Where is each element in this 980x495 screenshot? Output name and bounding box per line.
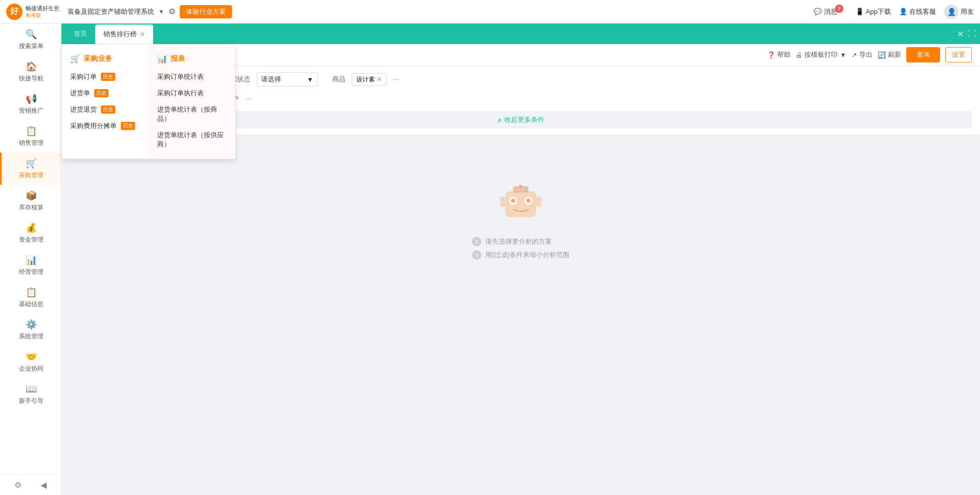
empty-tip-2: ② 用[过滤]条件来缩小分析范围 [472,250,569,260]
po-stats-item[interactable]: 采购订单统计表 [149,69,236,85]
system-dropdown-btn[interactable]: ▼ [158,8,164,15]
sales-icon: 📋 [26,125,37,137]
empty-illustration [490,176,551,227]
export-btn[interactable]: ↗ 导出 [851,50,872,59]
inventory-icon: 📦 [26,190,37,201]
goods-return-badge: 历史 [101,105,115,114]
purchase-col: 🛒 采购业务 采购订单 历史 进货单 历史 进货退货 历史 采购费用分摊单 历史 [62,45,148,159]
customer-more-btn[interactable]: ··· [245,94,251,103]
sidebar-item-purchase[interactable]: 🛒 采购管理 [0,153,61,185]
tab-close-btn[interactable]: ✕ [140,31,145,38]
sidebar-item-finance[interactable]: 💰 资金管理 [0,217,61,249]
user-avatar: 👤 [944,5,958,19]
svg-point-8 [519,185,522,188]
print-dropdown-icon: ▼ [840,51,846,59]
system-icon: ⚙️ [26,319,37,330]
message-badge: 9 [835,5,843,13]
header-right: 💬 消息 9 📱 App下载 👤 在线客服 👤 用友 [814,5,974,19]
purchase-order-item[interactable]: 采购订单 历史 [62,69,148,85]
svg-point-5 [511,199,515,203]
user-action[interactable]: 👤 用友 [944,5,974,19]
purchase-col-header: 🛒 采购业务 [62,51,148,69]
po-exec-item[interactable]: 采购订单执行表 [149,85,236,101]
enterprise-icon: 🤝 [26,351,37,362]
sidebar-item-search[interactable]: 🔍 搜索菜单 [0,24,61,56]
operations-icon: 📊 [26,254,37,266]
tab-right-actions: ✕ ⛶ [957,29,976,39]
query-btn[interactable]: 查询 [906,47,940,62]
logo-area: 好 畅捷通好生意 标准版 [6,4,68,20]
message-action[interactable]: 💬 消息 9 [814,7,847,16]
purchase-dropdown-menu: 🛒 采购业务 采购订单 历史 进货单 历史 进货退货 历史 采购费用分摊单 历史… [61,44,236,159]
purchase-col-icon: 🛒 [70,54,80,63]
tab-sales-ranking[interactable]: 销售排行榜 ✕ [95,25,153,44]
home-icon: 🏠 [26,61,37,72]
sidebar-item-enterprise[interactable]: 🤝 企业协同 [0,346,61,378]
sidebar-collapse-btn[interactable]: ◀ [40,480,47,490]
goods-label: 商品 [332,75,346,84]
goods-receipt-badge: 历史 [94,89,109,97]
sidebar-item-system[interactable]: ⚙️ 系统管理 [0,314,61,346]
settings-small-btn[interactable]: 设置 [945,47,972,62]
header-middle: 装备及固定资产辅助管理系统 ▼ ⚙ 体验行业方案 [68,5,814,18]
search-icon: 🔍 [26,29,37,40]
print-icon: 🖨 [796,51,802,59]
purchase-expense-item[interactable]: 采购费用分摊单 历史 [62,118,148,134]
tab-home[interactable]: 首页 [66,24,95,44]
svg-rect-2 [536,197,541,207]
svg-rect-0 [505,191,536,217]
report-col: 📊 报表 采购订单统计表 采购订单执行表 进货单统计表（按商品） 进货单统计表（… [149,45,236,159]
goods-return-item[interactable]: 进货退货 历史 [62,101,148,118]
finance-icon: 💰 [26,222,37,233]
purchase-expense-badge: 历史 [121,122,135,130]
chevron-down-icon: ▼ [307,76,313,83]
sidebar-settings-btn[interactable]: ⚙ [14,480,22,490]
online-service-action[interactable]: 👤 在线客服 [899,7,936,16]
report-col-header: 📊 报表 [149,51,236,69]
message-icon: 💬 [814,8,822,15]
goods-more-btn[interactable]: ··· [393,75,399,84]
tab-close-all-btn[interactable]: ✕ [957,29,964,39]
sidebar-bottom: ⚙ ◀ [0,475,61,495]
purchase-order-badge: 历史 [101,73,115,81]
purchase-icon: 🛒 [26,158,37,169]
receipt-stats-supplier-item[interactable]: 进货单统计表（按供应商） [149,127,236,153]
sidebar-item-basic-info[interactable]: 📋 基础信息 [0,282,61,314]
tip-num-2: ② [472,250,481,260]
help-icon: ❓ [767,51,775,59]
empty-tip-1: ① 请先选择要分析的方案 [472,237,569,246]
refresh-icon: 🔄 [878,51,886,59]
goods-tag-close[interactable]: ✕ [377,76,382,83]
system-title: 装备及固定资产辅助管理系统 [68,7,154,16]
sidebar-item-inventory[interactable]: 📦 库存核算 [0,185,61,217]
sidebar-item-sales[interactable]: 📋 销售管理 [0,120,61,153]
svg-rect-1 [500,197,505,207]
tab-maximize-btn[interactable]: ⛶ [968,29,976,39]
industry-btn[interactable]: 体验行业方案 [180,5,232,18]
logo-text: 畅捷通好生意 标准版 [26,5,59,18]
newbie-icon: 📖 [26,383,37,395]
doc-status-select[interactable]: 请选择 ▼ [257,72,318,87]
goods-receipt-item[interactable]: 进货单 历史 [62,85,148,101]
sidebar: 🔍 搜索菜单 🏠 快捷导航 📢 营销推广 📋 销售管理 🛒 采购管理 📦 库存核… [0,24,61,495]
goods-tag: 设计素 ✕ [352,73,387,86]
basic-info-icon: 📋 [26,287,37,298]
tip-num-1: ① [472,237,481,246]
sidebar-item-marketing[interactable]: 📢 营销推广 [0,88,61,120]
system-settings-btn[interactable]: ⚙ [168,7,176,16]
phone-icon: 📱 [856,8,864,15]
svg-point-6 [526,199,530,203]
marketing-icon: 📢 [26,93,37,104]
top-header: 好 畅捷通好生意 标准版 装备及固定资产辅助管理系统 ▼ ⚙ 体验行业方案 💬 … [0,0,980,24]
refresh-btn[interactable]: 🔄 刷新 [878,50,901,59]
print-btn[interactable]: 🖨 按模板打印 ▼ [796,50,846,59]
help-btn[interactable]: ❓ 帮助 [767,50,791,59]
sidebar-item-quick-nav[interactable]: 🏠 快捷导航 [0,56,61,88]
service-icon: 👤 [899,8,907,15]
app-download-action[interactable]: 📱 App下载 [856,7,891,16]
receipt-stats-goods-item[interactable]: 进货单统计表（按商品） [149,101,236,127]
tab-bar: 首页 销售排行榜 ✕ ✕ ⛶ [61,24,980,44]
sidebar-item-operations[interactable]: 📊 经营管理 [0,249,61,282]
sidebar-item-newbie[interactable]: 📖 新手引导 [0,378,61,411]
export-icon: ↗ [851,51,857,59]
